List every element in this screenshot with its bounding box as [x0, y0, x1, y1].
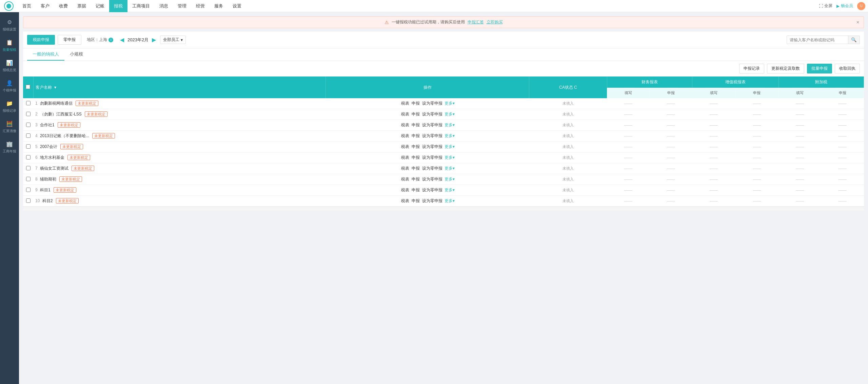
checkbox-8[interactable]	[26, 188, 31, 192]
op-tax-table-4[interactable]: 税表	[401, 144, 409, 149]
sidebar-item-personal-tax[interactable]: 👤 个税申报	[0, 76, 19, 96]
op-report-5[interactable]: 申报	[412, 155, 420, 160]
checkbox-7[interactable]	[26, 177, 31, 181]
user-avatar[interactable]: U	[857, 2, 865, 10]
op-zero-8[interactable]: 设为零申报	[422, 188, 442, 192]
op-more-5[interactable]: 更多▾	[445, 155, 455, 160]
op-tax-table-6[interactable]: 税表	[401, 166, 409, 171]
banner-close-btn[interactable]: ✕	[856, 20, 860, 25]
tab-zero-declaration[interactable]: 零申报	[58, 35, 81, 45]
op-zero-6[interactable]: 设为零申报	[422, 166, 442, 171]
checkbox-0[interactable]	[26, 101, 31, 105]
op-more-9[interactable]: 更多▾	[445, 198, 455, 203]
tax-records-icon: 📁	[6, 100, 13, 107]
op-tax-table-7[interactable]: 税表	[401, 177, 409, 182]
op-report-4[interactable]: 申报	[412, 144, 420, 149]
op-more-4[interactable]: 更多▾	[445, 144, 455, 149]
checkbox-1[interactable]	[26, 112, 31, 116]
dept-selector[interactable]: 全部员工 ▾	[160, 36, 186, 44]
nav-management[interactable]: 管理	[173, 0, 191, 12]
sidebar-item-batch-tax[interactable]: 📋 批量报税	[0, 35, 19, 56]
vip-btn[interactable]: ▶ 畅会员	[836, 3, 853, 9]
fullscreen-btn[interactable]: ⛶ 全屏	[819, 3, 832, 9]
op-tax-table-3[interactable]: 税表	[401, 133, 409, 138]
region-info-icon[interactable]: i	[108, 38, 113, 42]
nav-operations[interactable]: 经营	[191, 0, 210, 12]
op-zero-1[interactable]: 设为零申报	[422, 112, 442, 116]
col-1-row-0: ——	[650, 98, 692, 109]
op-zero-0[interactable]: 设为零申报	[422, 101, 442, 106]
sidebar-item-calc-clear[interactable]: 🧮 汇算清缴	[0, 116, 19, 137]
subtab-small[interactable]: 小规模	[64, 48, 88, 61]
op-tax-table-8[interactable]: 税表	[401, 188, 409, 192]
op-more-0[interactable]: 更多▾	[445, 101, 455, 106]
sidebar-item-tax-settings[interactable]: ⚙ 报税设置	[0, 15, 19, 35]
search-button[interactable]: 🔍	[848, 36, 860, 44]
tax-overview-icon: 📊	[6, 59, 13, 66]
op-report-3[interactable]: 申报	[412, 133, 420, 138]
nav-invoice[interactable]: 票据	[73, 0, 91, 12]
checkbox-9[interactable]	[26, 198, 31, 203]
banner-link-report[interactable]: 申报汇签	[468, 19, 484, 25]
op-report-2[interactable]: 申报	[412, 123, 420, 127]
op-report-6[interactable]: 申报	[412, 166, 420, 171]
op-more-8[interactable]: 更多▾	[445, 188, 455, 192]
nav-bookkeeping[interactable]: 记账	[91, 0, 109, 12]
op-more-2[interactable]: 更多▾	[445, 123, 455, 127]
update-tax-btn[interactable]: 更新税定及取数	[767, 64, 804, 73]
op-tax-table-0[interactable]: 税表	[401, 101, 409, 106]
nav-services[interactable]: 服务	[210, 0, 228, 12]
warning-icon: ⚠	[384, 20, 389, 25]
op-zero-4[interactable]: 设为零申报	[422, 144, 442, 149]
batch-report-btn[interactable]: 批量申报	[807, 64, 832, 73]
next-month-btn[interactable]: ▶	[151, 37, 157, 43]
scroll-bar[interactable]	[23, 207, 864, 211]
op-more-7[interactable]: 更多▾	[445, 177, 455, 182]
report-records-btn[interactable]: 申报记录	[739, 64, 764, 73]
op-zero-7[interactable]: 设为零申报	[422, 177, 442, 182]
op-report-1[interactable]: 申报	[412, 112, 420, 116]
search-input[interactable]	[787, 36, 848, 44]
op-more-3[interactable]: 更多▾	[445, 133, 455, 138]
prev-month-btn[interactable]: ◀	[119, 37, 125, 43]
checkbox-3[interactable]	[26, 133, 31, 138]
op-more-6[interactable]: 更多▾	[445, 166, 455, 171]
col-2-row-7: ——	[692, 174, 735, 185]
op-tax-table-1[interactable]: 税表	[401, 112, 409, 116]
nav-tax[interactable]: 报税	[109, 0, 127, 12]
sidebar-item-business-report[interactable]: 🏢 工商年报	[0, 137, 19, 157]
sidebar-item-tax-records[interactable]: 📁 报税记录	[0, 96, 19, 116]
nav-business[interactable]: 工商项目	[127, 0, 155, 12]
op-report-0[interactable]: 申报	[412, 101, 420, 106]
op-more-1[interactable]: 更多▾	[445, 112, 455, 116]
checkbox-6[interactable]	[26, 166, 31, 170]
tab-tax-declaration[interactable]: 税款申报	[27, 35, 55, 45]
checkbox-2[interactable]	[26, 123, 31, 127]
ca-status-2: 未填入	[529, 120, 607, 131]
op-report-8[interactable]: 申报	[412, 188, 420, 192]
row-checkbox-0	[23, 98, 33, 109]
sidebar-item-tax-overview[interactable]: 📊 报税总览	[0, 56, 19, 76]
op-zero-2[interactable]: 设为零申报	[422, 123, 442, 127]
nav-customer[interactable]: 客户	[36, 0, 54, 12]
select-all-checkbox[interactable]	[26, 85, 30, 89]
checkbox-4[interactable]	[26, 144, 31, 149]
banner-link-buy[interactable]: 立即购买	[487, 19, 503, 25]
op-zero-9[interactable]: 设为零申报	[422, 198, 442, 203]
checkbox-5[interactable]	[26, 155, 31, 159]
nav-billing[interactable]: 收费	[54, 0, 73, 12]
nav-home[interactable]: 首页	[18, 0, 36, 12]
op-report-9[interactable]: 申报	[412, 198, 420, 203]
sidebar-label-personal-tax: 个税申报	[3, 88, 16, 93]
nav-messages[interactable]: 消息	[155, 0, 173, 12]
op-tax-table-5[interactable]: 税表	[401, 155, 409, 160]
op-zero-5[interactable]: 设为零申报	[422, 155, 442, 160]
operations-9: 税表 申报 设为零申报 更多▾	[326, 196, 529, 207]
collect-receipt-btn[interactable]: 收取回执	[835, 64, 860, 73]
op-tax-table-2[interactable]: 税表	[401, 123, 409, 127]
op-tax-table-9[interactable]: 税表	[401, 198, 409, 203]
nav-settings[interactable]: 设置	[228, 0, 246, 12]
op-report-7[interactable]: 申报	[412, 177, 420, 182]
op-zero-3[interactable]: 设为零申报	[422, 133, 442, 138]
subtab-general[interactable]: 一般的纳税人	[27, 48, 64, 61]
